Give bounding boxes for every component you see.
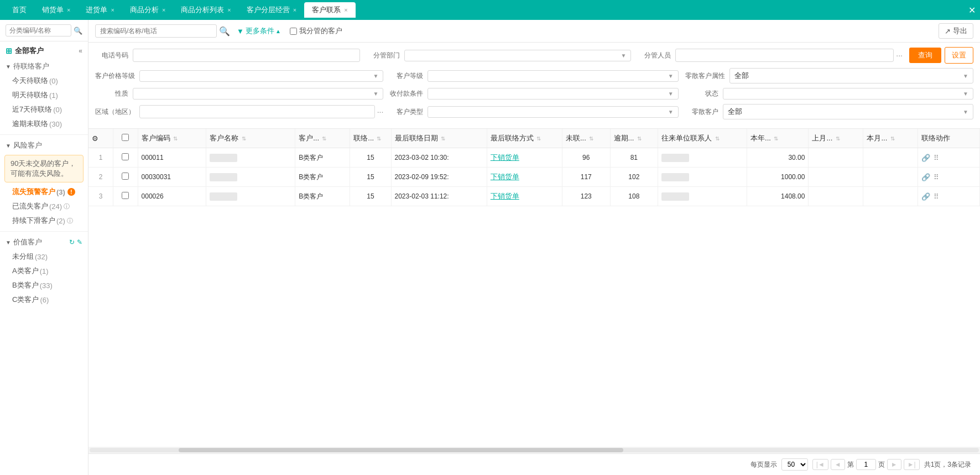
row-overdue-1: 102	[610, 168, 658, 187]
next-page-button[interactable]: ►	[887, 459, 901, 470]
col-contact[interactable]: 联络... ⇅	[350, 129, 391, 148]
action-link-icon-0[interactable]: 🔗	[921, 154, 930, 162]
sidebar-item-ungrouped[interactable]: 未分组 (32)	[0, 249, 88, 264]
collapse-icon[interactable]: «	[79, 47, 82, 55]
tab-purchase[interactable]: 进货单 ×	[78, 2, 122, 18]
col-type[interactable]: 客户... ⇅	[295, 129, 350, 148]
zero-customer-arrow: ▼	[963, 109, 968, 115]
first-page-button[interactable]: |◄	[812, 459, 828, 470]
close-all-tabs[interactable]: ✕	[968, 5, 976, 15]
region-more-icon[interactable]: ···	[377, 107, 384, 116]
tab-close-sales[interactable]: ×	[67, 7, 70, 13]
page-number-input[interactable]	[856, 459, 876, 470]
region-input[interactable]	[139, 105, 375, 118]
tab-customer-layer[interactable]: 客户分层经营 ×	[239, 2, 304, 18]
zero-attr-select[interactable]: 全部 ▼	[729, 68, 973, 83]
expand-arrow-risk: ▼	[6, 143, 11, 149]
col-this-month[interactable]: 本月... ⇅	[863, 129, 918, 148]
search-input[interactable]	[95, 24, 217, 38]
row-contact-1: 15	[350, 168, 391, 187]
customer-type-select[interactable]: ▼	[428, 106, 678, 118]
table-row: 3 000026 B类客户 15 2023-02-03 11:12: 下销货单 …	[88, 187, 980, 206]
page-size-select[interactable]: 50	[781, 458, 808, 471]
action-more-icon-1[interactable]: ⠿	[934, 173, 939, 181]
sidebar-item-tomorrow[interactable]: 明天待联络 (1)	[0, 88, 88, 102]
col-contact-person[interactable]: 往来单位联系人 ⇅	[658, 129, 747, 148]
col-last-month[interactable]: 上月... ⇅	[809, 129, 863, 148]
sidebar-group-value-title[interactable]: ▼ 价值客户 ↻ ✎	[0, 235, 88, 249]
price-level-select[interactable]: ▼	[139, 70, 383, 82]
select-all-checkbox[interactable]	[122, 134, 129, 141]
row-checkbox-0[interactable]	[113, 148, 138, 168]
prev-page-button[interactable]: ◄	[831, 459, 845, 470]
status-select[interactable]: ▼	[723, 88, 973, 100]
search-button[interactable]: 🔍	[219, 26, 230, 36]
horizontal-scrollbar[interactable]	[88, 447, 980, 453]
col-last-date[interactable]: 最后联络日期 ⇅	[391, 129, 487, 148]
tab-close-analysis[interactable]: ×	[162, 7, 165, 13]
edit-icon-value[interactable]: ✎	[77, 238, 82, 246]
sidebar-group-pending-title[interactable]: ▼ 待联络客户	[0, 59, 88, 74]
refresh-icon-value[interactable]: ↻	[69, 238, 75, 246]
row-checkbox-1[interactable]	[113, 168, 138, 187]
payment-select[interactable]: ▼	[428, 88, 678, 100]
sidebar-group-risk-title[interactable]: ▼ 风险客户	[0, 138, 88, 153]
person-input[interactable]	[675, 49, 894, 62]
col-code[interactable]: 客户编码 ⇅	[138, 129, 206, 148]
action-more-icon-0[interactable]: ⠿	[934, 154, 939, 162]
filter-phone: 电话号码	[95, 49, 360, 62]
sidebar-item-declining[interactable]: 持续下滑客户 (2) ⓘ	[0, 213, 88, 228]
sidebar-item-churn-warning[interactable]: 流失预警客户 (3) !	[0, 185, 88, 199]
customer-level-select[interactable]: ▼	[428, 70, 678, 82]
col-name[interactable]: 客户名称 ⇅	[206, 129, 295, 148]
last-page-button[interactable]: ►|	[904, 459, 920, 470]
col-settings[interactable]: ⚙	[88, 129, 113, 148]
col-this-year[interactable]: 本年... ⇅	[747, 129, 809, 148]
tab-analysis-list[interactable]: 商品分析列表 ×	[173, 2, 238, 18]
sidebar-search-input[interactable]	[6, 24, 71, 36]
sidebar-item-overdue[interactable]: 逾期未联络 (30)	[0, 117, 88, 131]
query-button[interactable]: 查询	[909, 48, 941, 63]
action-link-icon-1[interactable]: 🔗	[921, 173, 930, 181]
tab-close-analysis-list[interactable]: ×	[227, 7, 231, 13]
tab-close-customer-layer[interactable]: ×	[293, 7, 296, 13]
tab-customer-contact[interactable]: 客户联系 ×	[304, 2, 355, 18]
settings-button[interactable]: 设置	[945, 47, 973, 64]
sidebar-root[interactable]: ⊞ 全部客户 «	[0, 41, 88, 58]
phone-input[interactable]	[133, 49, 360, 62]
nature-select[interactable]: ▼	[133, 88, 383, 100]
pagination-bar: 每页显示 50 |◄ ◄ 第 页 ► ►| 共1页，3条记录	[88, 453, 980, 475]
tab-analysis[interactable]: 商品分析 ×	[122, 2, 173, 18]
col-uncontacted[interactable]: 未联... ⇅	[562, 129, 610, 148]
col-last-way[interactable]: 最后联络方式 ⇅	[487, 129, 562, 148]
action-link-icon-2[interactable]: 🔗	[921, 192, 930, 201]
filter-customer-type: 客户类型 ▼	[390, 106, 678, 118]
person-more-icon[interactable]: ···	[896, 51, 903, 60]
more-conditions-button[interactable]: ▼ 更多条件 ▲	[237, 26, 281, 36]
sidebar-item-7days[interactable]: 近7天待联络 (0)	[0, 102, 88, 117]
action-more-icon-2[interactable]: ⠿	[934, 192, 939, 201]
sort-icon-code: ⇅	[173, 135, 178, 142]
tab-sales[interactable]: 销货单 ×	[34, 2, 78, 18]
price-level-arrow: ▼	[373, 73, 378, 79]
customer-level-arrow: ▼	[668, 73, 674, 79]
col-checkbox[interactable]	[113, 129, 138, 148]
tab-close-customer-contact[interactable]: ×	[344, 7, 347, 13]
my-customers-filter[interactable]: 我分管的客户	[290, 26, 342, 36]
sidebar-item-churned[interactable]: 已流失客户 (24) ⓘ	[0, 199, 88, 213]
col-overdue[interactable]: 逾期... ⇅	[610, 129, 658, 148]
my-customers-checkbox[interactable]	[290, 28, 297, 35]
row-checkbox-2[interactable]	[113, 187, 138, 206]
zero-customer-select[interactable]: 全部 ▼	[723, 104, 973, 119]
dept-select[interactable]: ▼	[404, 50, 632, 61]
export-button[interactable]: ↗ 导出	[939, 23, 973, 39]
sidebar-item-class-b[interactable]: B类客户 (33)	[0, 278, 88, 293]
filter-payment: 收付款条件 ▼	[390, 88, 678, 100]
sidebar-item-today[interactable]: 今天待联络 (0)	[0, 74, 88, 88]
sidebar-item-class-a[interactable]: A类客户 (1)	[0, 264, 88, 278]
sidebar-item-class-c[interactable]: C类客户 (6)	[0, 293, 88, 307]
page-navigation: |◄ ◄ 第 页 ► ►|	[812, 459, 920, 470]
sidebar-search-icon[interactable]: 🔍	[74, 27, 82, 35]
tab-close-purchase[interactable]: ×	[111, 7, 114, 13]
tab-home[interactable]: 首页	[4, 2, 34, 18]
